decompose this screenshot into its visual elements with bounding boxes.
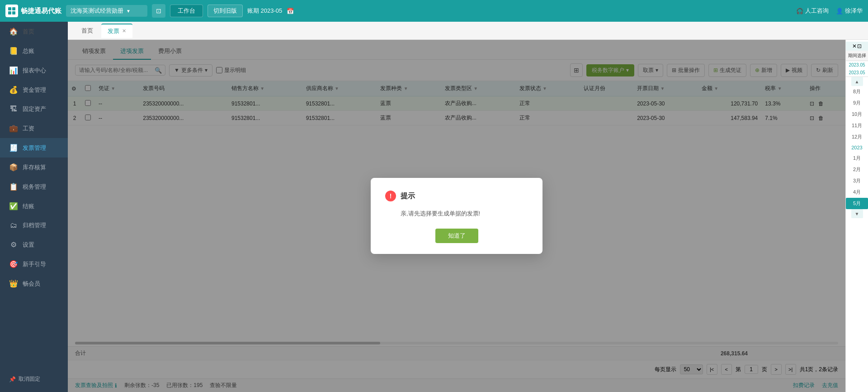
period-label: 账期 2023-05 (247, 7, 282, 15)
modal-body: 亲,请先选择要生成单据的发票! (385, 210, 528, 218)
tab-home-label: 首页 (81, 27, 93, 35)
user-item[interactable]: 👤 徐泽华 (836, 7, 863, 15)
company-copy-icon[interactable]: ⊡ (152, 4, 165, 18)
tab-invoice[interactable]: 发票 ✕ (101, 24, 132, 38)
period-header-2: 2023.05 (846, 69, 868, 77)
period-12[interactable]: 12月 (846, 131, 868, 143)
sidebar-label-member: 畅会员 (23, 280, 40, 288)
support-label: 人工咨询 (805, 7, 829, 15)
top-right-area: 🎧 人工咨询 👤 徐泽华 (796, 7, 863, 15)
sidebar-item-inventory[interactable]: 📦 库存核算 (0, 158, 68, 177)
period-1[interactable]: 1月 (846, 153, 868, 164)
sidebar-item-home[interactable]: 🏠 首页 (0, 22, 68, 41)
modal-title-bar: ! 提示 (385, 191, 528, 201)
sidebar-item-reports[interactable]: 📊 报表中心 (0, 61, 68, 80)
salary-icon: 💼 (9, 124, 18, 133)
modal-title-text: 提示 (401, 191, 415, 201)
app-title: 畅捷通易代账 (21, 7, 61, 15)
sidebar-label-inventory: 库存核算 (23, 163, 46, 172)
archive-icon: 🗂 (9, 221, 18, 229)
app-container: 畅捷通易代账 沈海英测试经营勋册 ▼ ⊡ 工作台 切到旧版 账期 2023-05… (0, 0, 868, 392)
period-3[interactable]: 3月 (846, 175, 868, 186)
modal-ok-button[interactable]: 知道了 (435, 229, 478, 243)
period-scroll-down[interactable]: ▼ (851, 209, 863, 218)
support-item[interactable]: 🎧 人工咨询 (796, 7, 829, 15)
sidebar-item-guide[interactable]: 🎯 新手引导 (0, 254, 68, 274)
warning-symbol: ! (390, 192, 392, 200)
content-wrapper: 首页 发票 ✕ 销项发票 进项发票 (68, 22, 868, 392)
sidebar-item-funds[interactable]: 💰 资金管理 (0, 80, 68, 100)
period-8[interactable]: 8月 (846, 86, 868, 97)
modal-message: 亲,请先选择要生成单据的发票! (401, 210, 480, 217)
tab-invoice-label: 发票 (108, 27, 119, 35)
sidebar-label-settings: 设置 (23, 241, 34, 249)
modal-overlay: ! 提示 亲,请先选择要生成单据的发票! 知道了 (68, 40, 845, 392)
sidebar-item-invoice[interactable]: 🧾 发票管理 (0, 138, 68, 158)
sidebar: 🏠 首页 📒 总账 📊 报表中心 💰 资金管理 🏗 固定资产 💼 工资 (0, 22, 68, 392)
period-11[interactable]: 11月 (846, 120, 868, 131)
sidebar-label-ledger: 总账 (23, 47, 34, 55)
period-scroll-up[interactable]: ▲ (851, 77, 863, 86)
switch-version-button[interactable]: 切到旧版 (208, 5, 243, 17)
pin-icon: 📌 (9, 376, 16, 382)
settings-icon: ⚙ (9, 240, 18, 249)
period-10[interactable]: 10月 (846, 109, 868, 120)
company-selector[interactable]: 沈海英测试经营勋册 ▼ (66, 5, 147, 17)
modal-dialog: ! 提示 亲,请先选择要生成单据的发票! 知道了 (371, 178, 542, 254)
page-content: 销项发票 进项发票 费用小票 🔍 (68, 40, 845, 392)
home-icon: 🏠 (9, 27, 18, 36)
sidebar-label-archive: 归档管理 (23, 221, 46, 229)
member-icon: 👑 (9, 279, 18, 288)
tab-home[interactable]: 首页 (75, 24, 99, 38)
workspace-button[interactable]: 工作台 (170, 5, 203, 17)
reports-icon: 📊 (9, 66, 18, 75)
guide-icon: 🎯 (9, 260, 18, 268)
period-year-2023[interactable]: 2023 (846, 143, 868, 153)
period-2[interactable]: 2月 (846, 164, 868, 175)
sidebar-label-home: 首页 (23, 28, 34, 36)
panel-close-expand: ✕ ⊡ (846, 42, 868, 51)
sidebar-item-checkout[interactable]: ✅ 结账 (0, 196, 68, 216)
sidebar-item-tax[interactable]: 📋 税务管理 (0, 177, 68, 196)
period-5-active[interactable]: 5月 (846, 198, 868, 209)
period-selector-label: 期间选择 (846, 51, 868, 61)
sidebar-label-tax: 税务管理 (23, 183, 46, 191)
svg-rect-2 (8, 11, 11, 14)
sidebar-item-assets[interactable]: 🏗 固定资产 (0, 100, 68, 119)
sidebar-label-checkout: 结账 (23, 202, 34, 210)
calendar-icon[interactable]: 📅 (287, 8, 294, 14)
tab-close-icon[interactable]: ✕ (122, 28, 126, 34)
checkout-icon: ✅ (9, 202, 18, 210)
user-icon: 👤 (836, 8, 843, 14)
svg-rect-1 (12, 7, 15, 10)
invoice-icon: 🧾 (9, 143, 18, 152)
close-panel-icon[interactable]: ✕ (852, 43, 857, 49)
sidebar-item-member[interactable]: 👑 畅会员 (0, 274, 68, 293)
sidebar-item-salary[interactable]: 💼 工资 (0, 119, 68, 138)
sidebar-bottom: 📌 取消固定 (0, 366, 68, 392)
svg-rect-0 (8, 7, 11, 10)
sidebar-item-settings[interactable]: ⚙ 设置 (0, 235, 68, 254)
period-panel: ✕ ⊡ 期间选择 2023.05 2023.05 ▲ 8月 9月 10月 11月… (845, 40, 868, 392)
cancel-fixed-label: 取消固定 (19, 375, 40, 383)
assets-icon: 🏗 (9, 105, 18, 113)
period-9[interactable]: 9月 (846, 97, 868, 109)
user-name: 徐泽华 (845, 7, 863, 15)
svg-rect-3 (12, 11, 15, 14)
period-header-1: 2023.05 (846, 61, 868, 69)
ledger-icon: 📒 (9, 47, 18, 55)
cancel-fixed-btn[interactable]: 📌 取消固定 (0, 371, 68, 387)
app-logo: 畅捷通易代账 (5, 5, 61, 17)
sidebar-item-ledger[interactable]: 📒 总账 (0, 41, 68, 61)
sidebar-label-funds: 资金管理 (23, 86, 46, 94)
expand-panel-icon[interactable]: ⊡ (857, 43, 862, 49)
modal-footer: 知道了 (385, 229, 528, 243)
period-4[interactable]: 4月 (846, 186, 868, 198)
inventory-icon: 📦 (9, 163, 18, 172)
main-area: 🏠 首页 📒 总账 📊 报表中心 💰 资金管理 🏗 固定资产 💼 工资 (0, 22, 868, 392)
sidebar-item-archive[interactable]: 🗂 归档管理 (0, 216, 68, 235)
tab-bar: 首页 发票 ✕ (68, 22, 868, 40)
sidebar-label-reports: 报表中心 (23, 67, 46, 75)
page-and-panels: 销项发票 进项发票 费用小票 🔍 (68, 40, 868, 392)
sidebar-label-salary: 工资 (23, 124, 34, 133)
